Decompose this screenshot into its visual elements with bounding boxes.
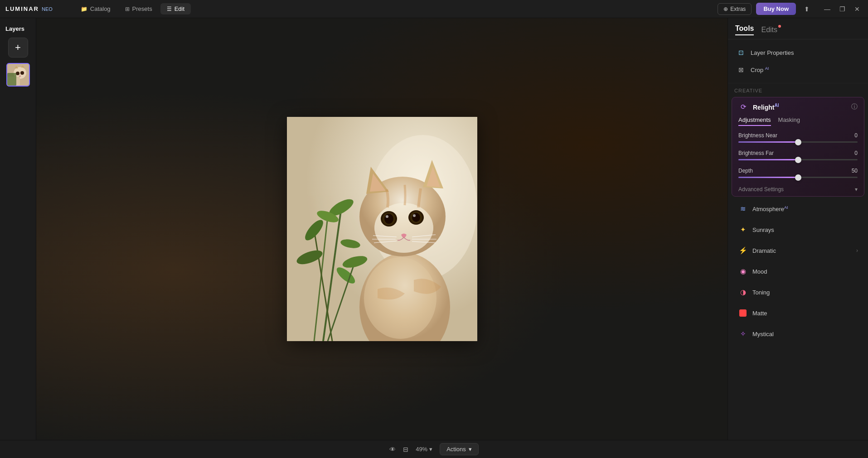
svg-point-6 (19, 76, 21, 77)
mood-item-left: ◉ Mood (738, 266, 767, 276)
atmosphere-item-left: ≋ AtmosphereAI (738, 204, 788, 214)
matte-icon (738, 308, 748, 318)
depth-track[interactable] (738, 177, 858, 178)
svg-rect-8 (7, 73, 16, 86)
svg-point-24 (364, 257, 436, 339)
layers-panel: Layers + (0, 18, 36, 440)
brightness-near-slider-row: Brightness Near 0 (732, 130, 864, 147)
creative-section-label: Creative (728, 83, 868, 95)
matte-square (739, 309, 747, 317)
relight-header[interactable]: ⟳ RelightAI ⓘ (732, 97, 864, 116)
mystical-icon: ✧ (738, 329, 748, 339)
edits-tab[interactable]: Edits (761, 26, 777, 34)
svg-point-33 (384, 214, 393, 224)
brightness-far-track[interactable] (738, 159, 858, 160)
main-layout: Layers + (0, 18, 868, 440)
toning-icon: ◑ (738, 287, 748, 297)
dramatic-icon: ⚡ (738, 246, 748, 256)
tools-tab[interactable]: Tools (735, 24, 754, 35)
relight-ai-badge: AI (774, 103, 779, 108)
extras-button[interactable]: ⊕ Extras (718, 3, 752, 15)
compare-icon: ⊟ (403, 446, 408, 453)
advanced-settings-chevron-icon: ▾ (855, 186, 858, 193)
dramatic-item[interactable]: ⚡ Dramatic › (732, 241, 864, 260)
presets-icon: ⊞ (125, 6, 130, 12)
mood-item[interactable]: ◉ Mood (732, 262, 864, 281)
layer-thumb-inner (7, 64, 29, 86)
depth-thumb[interactable] (795, 174, 801, 181)
brightness-far-thumb[interactable] (795, 157, 801, 163)
compare-control[interactable]: ⊟ (403, 446, 408, 453)
relight-info-icon[interactable]: ⓘ (851, 103, 858, 111)
brightness-far-label: Brightness Far (738, 150, 774, 156)
advanced-settings-row[interactable]: Advanced Settings ▾ (732, 183, 864, 196)
eye-control[interactable]: 👁 (389, 446, 396, 453)
brightness-near-label: Brightness Near (738, 132, 777, 139)
relight-section: ⟳ RelightAI ⓘ Adjustments Masking Bright… (732, 97, 864, 197)
sunrays-item-left: ✦ Sunrays (738, 225, 774, 235)
relight-adjustments-tab[interactable]: Adjustments (738, 116, 771, 126)
maximize-button[interactable]: ❐ (837, 5, 848, 14)
layer-properties-section: ⊡ Layer Properties ⊠ Crop AI (728, 39, 868, 83)
depth-fill (738, 177, 798, 178)
brightness-far-label-row: Brightness Far 0 (738, 150, 858, 156)
edit-tab[interactable]: ☰ Edit (160, 3, 191, 14)
atmosphere-item[interactable]: ≋ AtmosphereAI (732, 199, 864, 218)
brightness-near-track[interactable] (738, 141, 858, 143)
brightness-near-value: 0 (847, 132, 858, 139)
matte-item[interactable]: Matte (732, 304, 864, 323)
presets-tab[interactable]: ⊞ Presets (119, 3, 159, 14)
nav-tabs: 📁 Catalog ⊞ Presets ☰ Edit (74, 3, 191, 14)
canvas-area (36, 18, 727, 440)
photo-frame (287, 117, 477, 341)
right-panel: Tools Edits ⊡ Layer Properties ⊠ Crop AI… (727, 18, 868, 440)
svg-point-30 (374, 203, 433, 253)
brightness-near-label-row: Brightness Near 0 (738, 132, 858, 139)
zoom-display[interactable]: 49% ▾ (416, 446, 432, 453)
layer-properties-row[interactable]: ⊡ Layer Properties (734, 44, 862, 61)
catalog-label: Catalog (90, 5, 111, 12)
close-button[interactable]: ✕ (852, 5, 863, 14)
relight-masking-tab[interactable]: Masking (778, 116, 800, 126)
brightness-near-thumb[interactable] (795, 139, 801, 145)
cat-photo (287, 117, 477, 341)
brightness-far-value: 0 (847, 150, 858, 156)
crop-icon: ⊠ (736, 65, 746, 75)
zoom-value: 49% (416, 446, 427, 453)
share-icon: ⬆ (804, 5, 810, 13)
zoom-chevron-icon: ▾ (429, 446, 432, 453)
mystical-label: Mystical (752, 331, 774, 337)
dramatic-item-left: ⚡ Dramatic (738, 246, 776, 256)
actions-button[interactable]: Actions ▾ (440, 443, 479, 455)
mystical-item-left: ✧ Mystical (738, 329, 774, 339)
atmosphere-label: AtmosphereAI (752, 205, 788, 212)
crop-ai-badge: AI (765, 66, 769, 71)
titlebar-left: LUMINAR NEO 📁 Catalog ⊞ Presets ☰ Edit (5, 3, 191, 14)
layer-thumbnail[interactable] (6, 63, 30, 87)
extras-label: Extras (730, 6, 746, 12)
sunrays-item[interactable]: ✦ Sunrays (732, 220, 864, 239)
catalog-tab[interactable]: 📁 Catalog (74, 3, 117, 14)
titlebar: LUMINAR NEO 📁 Catalog ⊞ Presets ☰ Edit ⊕… (0, 0, 868, 18)
bottom-bar: 👁 ⊟ 49% ▾ Actions ▾ (0, 440, 868, 458)
window-controls: — ❐ ✕ (821, 5, 863, 14)
brightness-far-slider-row: Brightness Far 0 (732, 147, 864, 165)
buy-now-button[interactable]: Buy Now (756, 3, 796, 15)
dramatic-arrow-icon: › (856, 247, 858, 254)
relight-tabs: Adjustments Masking (732, 116, 864, 130)
toning-item[interactable]: ◑ Toning (732, 283, 864, 302)
atmosphere-icon: ≋ (738, 204, 748, 214)
advanced-settings-label: Advanced Settings (738, 186, 784, 193)
panel-header: Tools Edits (728, 18, 868, 39)
share-button[interactable]: ⬆ (800, 4, 813, 14)
catalog-icon: 📁 (81, 6, 87, 12)
app-logo: LUMINAR NEO (5, 5, 53, 12)
matte-label: Matte (752, 310, 767, 317)
svg-point-38 (413, 214, 416, 217)
relight-title: RelightAI (753, 103, 779, 111)
add-layer-button[interactable]: + (8, 38, 28, 58)
mystical-item[interactable]: ✧ Mystical (732, 324, 864, 343)
minimize-button[interactable]: — (821, 5, 833, 14)
svg-point-37 (412, 213, 420, 222)
crop-row[interactable]: ⊠ Crop AI (734, 61, 862, 78)
